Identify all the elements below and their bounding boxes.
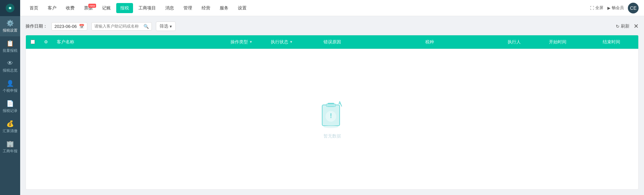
nav-item-bookkeeping[interactable]: 记账 <box>98 3 115 13</box>
settlement-icon: 💰 <box>6 120 14 127</box>
empty-clipboard-icon: ! <box>319 99 346 129</box>
nav-item-industry[interactable]: 工商项目 <box>134 3 160 13</box>
new-badge: new <box>88 4 96 8</box>
sidebar-item-gongshangnianreport[interactable]: 🏢 工商年报 <box>0 137 20 157</box>
nav-item-messages[interactable]: 消息 <box>161 3 178 13</box>
toolbar: 操作日期： 2023-06-06 📅 🔍 筛选 ▾ ↻ 刷新 ✕ <box>26 22 639 31</box>
sidebar-item-piliangbaoshui[interactable]: 📋 批量报税 <box>0 36 20 56</box>
filter-button[interactable]: 筛选 ▾ <box>156 22 176 31</box>
sidebar-item-baoshuizonglan[interactable]: 👁 报税总览 <box>0 56 20 76</box>
fullscreen-button[interactable]: ⛶ 全屏 <box>590 5 603 11</box>
search-box[interactable]: 🔍 <box>91 22 152 31</box>
close-button[interactable]: ✕ <box>634 23 639 29</box>
nav-item-services[interactable]: 服务 <box>216 3 232 13</box>
th-tax-type: 税种 <box>362 39 497 45</box>
nav-item-operations[interactable]: 经营 <box>198 3 214 13</box>
th-op-type: 操作类型 ▼ <box>221 39 262 45</box>
nav-item-invoices[interactable]: 票据 new <box>80 3 97 13</box>
overview-icon: 👁 <box>7 60 13 67</box>
th-customer-name: 客户名称 <box>53 39 221 45</box>
table-header: ⚙ 客户名称 操作类型 ▼ 执行状态 ▼ 错误原因 税种 <box>26 35 638 49</box>
annual-report-icon: 🏢 <box>6 140 14 148</box>
svg-text:!: ! <box>330 112 332 119</box>
video-icon: ▶ <box>607 6 610 10</box>
avatar[interactable]: CE <box>628 3 639 13</box>
th-settings[interactable]: ⚙ <box>39 39 53 44</box>
svg-point-10 <box>324 125 338 128</box>
toolbar-right: ↻ 刷新 ✕ <box>616 23 639 29</box>
sidebar-item-geshuishenbao[interactable]: 👤 个税申报 <box>0 76 20 96</box>
chevron-down-icon: ▾ <box>170 24 172 29</box>
nav-item-fees[interactable]: 收费 <box>62 3 79 13</box>
nav-item-management[interactable]: 管理 <box>179 3 196 13</box>
member-button[interactable]: ▶ 畅会员 <box>607 5 624 11</box>
th-executor: 执行人 <box>497 39 531 45</box>
select-all-checkbox[interactable] <box>31 40 35 44</box>
date-label: 操作日期： <box>26 23 47 29</box>
sort-icon-exec-status: ▼ <box>290 40 293 44</box>
column-settings-icon: ⚙ <box>44 39 48 44</box>
nav-item-customers[interactable]: 客户 <box>44 3 60 13</box>
topnav-right: ⛶ 全屏 ▶ 畅会员 CE <box>590 3 639 13</box>
data-table: ⚙ 客户名称 操作类型 ▼ 执行状态 ▼ 错误原因 税种 <box>26 35 639 190</box>
th-start-time: 开始时间 <box>531 39 585 45</box>
sidebar-item-baoshuijilu[interactable]: 📄 报税记录 <box>0 96 20 117</box>
search-icon: 🔍 <box>143 24 149 29</box>
nav-items: 首页 客户 收费 票据 new 记账 报税 工商项目 消息 管理 经营 服务 设… <box>26 3 590 13</box>
main-content: 首页 客户 收费 票据 new 记账 报税 工商项目 消息 管理 经营 服务 设… <box>20 0 644 195</box>
empty-state: ! 暂无数据 <box>319 99 346 139</box>
refresh-button[interactable]: ↻ 刷新 <box>616 23 630 29</box>
nav-item-settings[interactable]: 设置 <box>234 3 251 13</box>
page-content: 操作日期： 2023-06-06 📅 🔍 筛选 ▾ ↻ 刷新 ✕ <box>20 16 644 195</box>
th-exec-status: 执行状态 ▼ <box>262 39 302 45</box>
sidebar: ⚙️ 报税设置 📋 批量报税 👁 报税总览 👤 个税申报 📄 报税记录 💰 汇算… <box>0 0 20 195</box>
calendar-icon: 📅 <box>79 24 84 29</box>
sidebar-item-huisuanqingjiao[interactable]: 💰 汇算清缴 <box>0 117 20 137</box>
svg-point-1 <box>9 7 11 9</box>
personal-tax-icon: 👤 <box>6 80 14 87</box>
nav-item-tax[interactable]: 报税 <box>116 3 133 13</box>
fullscreen-icon: ⛶ <box>590 6 594 10</box>
date-picker[interactable]: 2023-06-06 📅 <box>51 22 87 31</box>
table-body: ! 暂无数据 <box>26 49 638 189</box>
settings-icon: ⚙️ <box>6 20 14 27</box>
top-navigation: 首页 客户 收费 票据 new 记账 报税 工商项目 消息 管理 经营 服务 设… <box>20 0 644 16</box>
sidebar-logo <box>0 0 20 16</box>
sidebar-item-baoshuishezhi[interactable]: ⚙️ 报税设置 <box>0 16 20 36</box>
th-error-reason: 错误原因 <box>302 39 362 45</box>
search-input[interactable] <box>94 24 142 29</box>
empty-text: 暂无数据 <box>324 133 341 139</box>
svg-rect-5 <box>326 104 336 107</box>
th-end-time: 结束时间 <box>585 39 638 45</box>
records-icon: 📄 <box>6 100 14 107</box>
nav-item-home[interactable]: 首页 <box>26 3 42 13</box>
refresh-icon: ↻ <box>616 24 619 29</box>
batch-tax-icon: 📋 <box>6 40 14 47</box>
th-checkbox[interactable] <box>26 40 39 44</box>
sort-icon-op-type: ▼ <box>249 40 253 44</box>
